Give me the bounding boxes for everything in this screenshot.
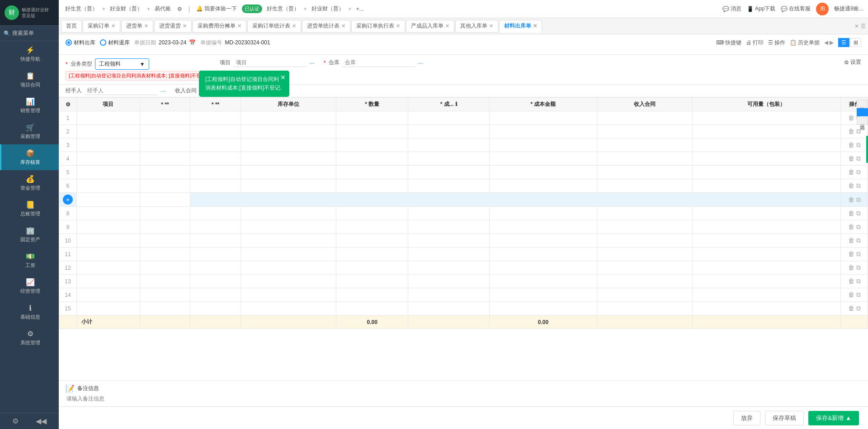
sidebar-item-basicinfo[interactable]: ℹ 基础信息 xyxy=(0,299,59,325)
tab-menu[interactable]: ☰ xyxy=(861,23,866,29)
delete-row-icon[interactable]: 🗑 xyxy=(848,196,854,204)
tab-incoming-return[interactable]: 进货退货 ✕ xyxy=(154,20,192,33)
tab-purchase-exec[interactable]: 采购订单执行表 ✕ xyxy=(351,20,405,33)
topbar-menu-ydz[interactable]: 易代账 xyxy=(153,4,173,14)
copy-row-icon[interactable]: ⧉ xyxy=(856,168,861,176)
delete-row-icon[interactable]: 🗑 xyxy=(848,291,854,299)
next-arrow[interactable]: ▶ xyxy=(830,39,834,46)
tab-close-purchase-expense[interactable]: ✕ xyxy=(237,23,241,29)
warehouse-input[interactable] xyxy=(342,58,415,67)
sidebar-item-system[interactable]: ⚙ 系统管理 xyxy=(0,325,59,351)
tab-close-incoming-stats[interactable]: ✕ xyxy=(341,23,345,29)
tab-close-other-inbound[interactable]: ✕ xyxy=(489,23,493,29)
sidebar-item-sales[interactable]: 📊 销售管理 xyxy=(0,93,59,119)
tab-other-inbound[interactable]: 其他入库单 ✕ xyxy=(455,20,498,33)
tab-purchase-stats[interactable]: 采购订单统计表 ✕ xyxy=(247,20,301,33)
tab-purchase-order[interactable]: 采购订单 ✕ xyxy=(83,20,120,33)
tooltip-close[interactable]: ✕ xyxy=(280,72,286,82)
sidebar-item-purchase[interactable]: 🛒 采购管理 xyxy=(0,119,59,144)
tab-incoming-stats[interactable]: 进货单统计表 ✕ xyxy=(302,20,350,33)
tab-close-purchase-order[interactable]: ✕ xyxy=(111,23,115,29)
copy-row-icon[interactable]: ⧉ xyxy=(856,141,861,149)
prev-arrow[interactable]: ◀ xyxy=(824,39,828,46)
sidebar-item-ledger[interactable]: 📒 总账管理 xyxy=(0,196,59,222)
sidebar-item-finance[interactable]: 💰 资金管理 xyxy=(0,170,59,196)
copy-row-icon[interactable]: ⧉ xyxy=(856,277,861,285)
topbar-menu-hyc[interactable]: 好业财（普） xyxy=(108,4,144,14)
calendar-icon[interactable]: 📅 xyxy=(189,39,196,46)
copy-row-icon[interactable]: ⧉ xyxy=(856,305,861,312)
warehouse-dots[interactable]: ··· xyxy=(418,59,424,67)
copy-row-icon[interactable]: ⧉ xyxy=(856,223,861,231)
save-draft-button[interactable]: 保存草稿 xyxy=(765,411,804,425)
tab-close-purchase-exec[interactable]: ✕ xyxy=(396,23,400,29)
topbar-menu-hsy[interactable]: 好生意（普） xyxy=(63,4,99,14)
settings-btn[interactable]: ⚙ 设置 xyxy=(844,58,861,66)
sidebar-item-project[interactable]: 📋 项目合同 xyxy=(0,67,59,93)
discard-button[interactable]: 放弃 xyxy=(733,411,760,425)
tab-close-material-outbound[interactable]: ✕ xyxy=(533,23,537,29)
sidebar-item-inventory[interactable]: 📦 库存核算 xyxy=(0,144,59,170)
right-tab-log[interactable]: 日志 xyxy=(857,117,868,125)
delete-row-icon[interactable]: 🗑 xyxy=(848,210,854,217)
copy-row-icon[interactable]: ⧉ xyxy=(856,250,861,258)
collapse-icon[interactable]: ◀◀ xyxy=(36,417,47,425)
tab-close-all[interactable]: ✕ xyxy=(854,23,859,29)
sidebar-item-salary[interactable]: 💵 工资 xyxy=(0,248,59,273)
user-name[interactable]: 畅捷通8账... xyxy=(834,5,863,13)
delete-row-icon[interactable]: 🗑 xyxy=(848,237,854,244)
settings-bottom-icon[interactable]: ⚙ xyxy=(12,417,19,425)
sidebar-item-operations[interactable]: 📈 经营管理 xyxy=(0,273,59,299)
business-type-select[interactable]: 工程领料 ▼ xyxy=(95,58,149,70)
tab-close-purchase-stats[interactable]: ✕ xyxy=(292,23,296,29)
shortcuts-btn[interactable]: ⌨ 快捷键 xyxy=(716,39,741,47)
tab-purchase-expense[interactable]: 采购费用分摊单 ✕ xyxy=(193,20,246,33)
copy-row-icon[interactable]: ⧉ xyxy=(856,196,861,204)
handler-dots[interactable]: ··· xyxy=(160,87,166,95)
tab-material-outbound[interactable]: 材料出库单 ✕ xyxy=(499,20,542,33)
radio-material-out[interactable]: 材料出库 xyxy=(66,39,95,47)
sidebar-item-assets[interactable]: 🏢 固定资产 xyxy=(0,222,59,248)
copy-row-icon[interactable]: ⧉ xyxy=(856,264,861,272)
list-view-btn[interactable]: ☰ xyxy=(838,38,849,47)
copy-row-icon[interactable]: ⧉ xyxy=(856,128,861,135)
copy-row-icon[interactable]: ⧉ xyxy=(856,155,861,162)
tab-close-product-inbound[interactable]: ✕ xyxy=(445,23,449,29)
sidebar-search[interactable]: 🔍 搜索菜单 xyxy=(0,26,59,41)
radio-material-return[interactable]: 材料退库 xyxy=(100,39,130,47)
delete-row-icon[interactable]: 🗑 xyxy=(848,168,854,176)
tab-close-incoming-return[interactable]: ✕ xyxy=(183,23,187,29)
save-new-button[interactable]: 保存&新增 ▲ xyxy=(808,411,859,425)
delete-row-icon[interactable]: 🗑 xyxy=(848,128,854,135)
app-download-btn[interactable]: 📱 App下载 xyxy=(747,5,775,13)
message-btn[interactable]: 💬 消息 xyxy=(722,5,741,13)
copy-row-icon[interactable]: ⧉ xyxy=(856,291,861,299)
delete-row-icon[interactable]: 🗑 xyxy=(848,250,854,258)
copy-row-icon[interactable]: ⧉ xyxy=(856,237,861,244)
topbar-hsy2[interactable]: 好生意（普） xyxy=(265,4,301,14)
topbar-try[interactable]: 🔔 我要体验一下 xyxy=(194,4,239,14)
topbar-hyc2[interactable]: 好业财（普） xyxy=(310,4,346,14)
grid-view-btn[interactable]: ⊞ xyxy=(850,38,861,47)
operation-btn[interactable]: ☰ 操作 xyxy=(768,39,785,47)
tab-product-inbound[interactable]: 产成品入库单 ✕ xyxy=(406,20,454,33)
delete-row-icon[interactable]: 🗑 xyxy=(848,305,854,312)
tab-close-incoming[interactable]: ✕ xyxy=(144,23,148,29)
topbar-menu-settings[interactable]: ⚙ xyxy=(175,5,184,13)
right-tab-attachment[interactable]: 附件 xyxy=(857,100,868,108)
handler-input[interactable] xyxy=(85,86,158,95)
delete-row-icon[interactable]: 🗑 xyxy=(848,155,854,162)
copy-row-icon[interactable]: ⧉ xyxy=(856,210,861,217)
sidebar-item-shortcuts[interactable]: ⚡ 快捷导航 xyxy=(0,41,59,67)
tab-home[interactable]: 首页 xyxy=(61,20,82,33)
add-row-button[interactable]: + xyxy=(63,195,73,205)
online-service-btn[interactable]: 💬 在线客服 xyxy=(781,5,811,13)
user-avatar[interactable]: 用 xyxy=(816,3,829,15)
delete-row-icon[interactable]: 🗑 xyxy=(848,182,854,190)
project-input[interactable] xyxy=(233,58,307,67)
delete-row-icon[interactable]: 🗑 xyxy=(848,114,854,122)
right-tab-comment[interactable]: 评论 xyxy=(857,108,868,116)
delete-row-icon[interactable]: 🗑 xyxy=(848,264,854,272)
project-dots[interactable]: ··· xyxy=(309,59,315,67)
delete-row-icon[interactable]: 🗑 xyxy=(848,141,854,149)
